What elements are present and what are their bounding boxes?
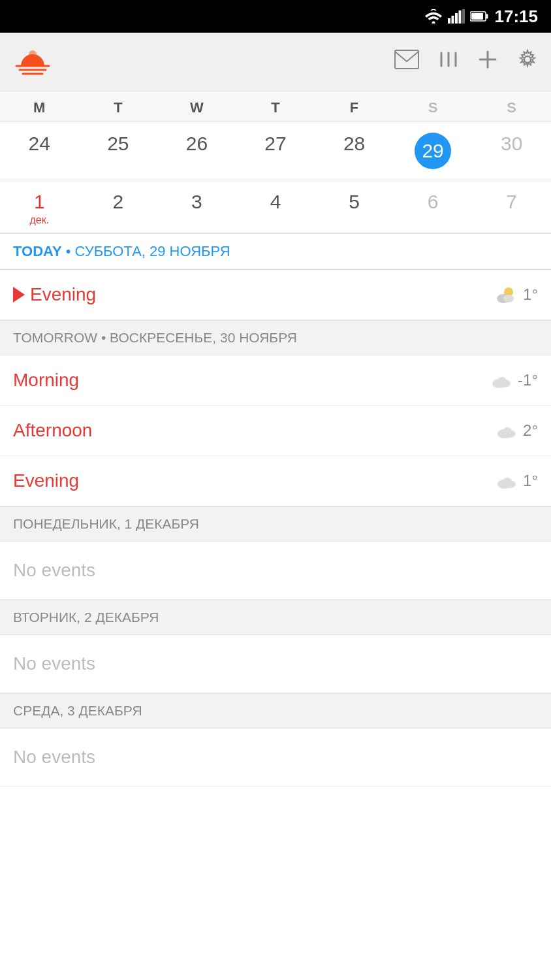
- tomorrow-afternoon-weather: 2°: [496, 421, 538, 440]
- battery-icon: [470, 10, 490, 22]
- cal-day-dec2[interactable]: 2: [79, 191, 158, 226]
- tomorrow-evening-row[interactable]: Evening 1°: [0, 456, 551, 506]
- monday-no-events-text: No events: [13, 560, 95, 580]
- tomorrow-afternoon-label: Afternoon: [13, 420, 496, 441]
- cal-day-30[interactable]: 30: [472, 133, 551, 169]
- svg-rect-3: [455, 13, 458, 24]
- cloud-icon-1: [490, 372, 512, 389]
- svg-point-0: [432, 22, 435, 24]
- tomorrow-morning-weather: -1°: [490, 371, 538, 389]
- today-section-header: TODAY • СУББОТА, 29 НОЯБРЯ: [0, 233, 551, 270]
- day-mon: M: [0, 99, 79, 116]
- tuesday-section-header: ВТОРНИК, 2 ДЕКАБРЯ: [0, 600, 551, 635]
- today-label: TODAY: [13, 243, 62, 259]
- status-bar: 17:15: [0, 0, 551, 33]
- cal-day-dec6[interactable]: 6: [394, 191, 473, 226]
- cal-day-dec3[interactable]: 3: [157, 191, 236, 226]
- settings-button[interactable]: [517, 49, 538, 74]
- wednesday-no-events: No events: [0, 728, 551, 787]
- svg-point-31: [503, 478, 512, 485]
- wednesday-no-events-text: No events: [13, 747, 95, 767]
- mail-button[interactable]: [394, 50, 419, 74]
- day-sun: S: [472, 99, 551, 116]
- app-logo[interactable]: [13, 41, 52, 83]
- svg-rect-8: [471, 13, 483, 20]
- today-evening-label: Evening: [30, 284, 494, 305]
- tomorrow-evening-weather: 1°: [496, 472, 538, 490]
- calendar-week-1: 24 25 26 27 28 29 30: [0, 122, 551, 180]
- tuesday-no-events: No events: [0, 635, 551, 693]
- tomorrow-afternoon-row[interactable]: Afternoon 2°: [0, 406, 551, 456]
- toolbar-icons: [394, 49, 538, 74]
- today-evening-row[interactable]: Evening 1°: [0, 270, 551, 320]
- add-event-button[interactable]: [478, 50, 497, 74]
- cal-day-25[interactable]: 25: [79, 133, 158, 169]
- day-fri: F: [315, 99, 394, 116]
- cal-day-24[interactable]: 24: [0, 133, 79, 169]
- monday-no-events: No events: [0, 542, 551, 600]
- signal-icon: [448, 9, 465, 24]
- tomorrow-evening-label: Evening: [13, 470, 496, 491]
- wednesday-section-header: СРЕДА, 3 ДЕКАБРЯ: [0, 693, 551, 728]
- day-sat: S: [394, 99, 473, 116]
- cloud-icon-3: [496, 472, 518, 489]
- cal-day-26[interactable]: 26: [157, 133, 236, 169]
- cal-day-29[interactable]: 29: [394, 133, 473, 169]
- wifi-icon: [424, 9, 443, 24]
- svg-point-12: [29, 50, 37, 58]
- svg-point-22: [503, 295, 514, 302]
- tuesday-no-events-text: No events: [13, 653, 95, 674]
- svg-rect-4: [458, 10, 461, 24]
- today-evening-temp: 1°: [523, 286, 538, 304]
- cloud-icon-2: [496, 422, 518, 439]
- cal-day-27[interactable]: 27: [236, 133, 315, 169]
- toolbar: [0, 33, 551, 91]
- calendar-week-2: 1 дек. 2 3 4 5 6 7: [0, 180, 551, 233]
- view-toggle-button[interactable]: [439, 50, 458, 73]
- svg-point-28: [503, 427, 512, 435]
- today-date: СУББОТА, 29 НОЯБРЯ: [75, 243, 230, 259]
- svg-rect-5: [462, 9, 465, 24]
- tomorrow-afternoon-temp: 2°: [523, 421, 538, 440]
- tomorrow-morning-row[interactable]: Morning -1°: [0, 355, 551, 406]
- tomorrow-evening-temp: 1°: [523, 472, 538, 490]
- status-icons: 17:15: [424, 7, 539, 27]
- today-evening-weather: 1°: [494, 286, 538, 304]
- wednesday-label: СРЕДА, 3 ДЕКАБРЯ: [13, 703, 142, 718]
- monday-label: ПОНЕДЕЛЬНИК, 1 ДЕКАБРЯ: [13, 516, 199, 531]
- tomorrow-label: TOMORROW • ВОСКРЕСЕНЬЕ, 30 НОЯБРЯ: [13, 330, 297, 345]
- svg-rect-13: [395, 50, 418, 69]
- cal-day-dec5[interactable]: 5: [315, 191, 394, 226]
- tuesday-label: ВТОРНИК, 2 ДЕКАБРЯ: [13, 610, 159, 625]
- event-current-indicator: [13, 287, 25, 302]
- partly-cloudy-icon: [494, 286, 518, 304]
- day-thu: T: [236, 99, 315, 116]
- cal-day-dec7[interactable]: 7: [472, 191, 551, 226]
- day-wed: W: [157, 99, 236, 116]
- svg-point-25: [497, 377, 507, 385]
- cal-day-28[interactable]: 28: [315, 133, 394, 169]
- svg-rect-1: [448, 18, 450, 24]
- cal-day-dec4[interactable]: 4: [236, 191, 315, 226]
- tomorrow-section-header: TOMORROW • ВОСКРЕСЕНЬЕ, 30 НОЯБРЯ: [0, 320, 551, 355]
- calendar-days-header: M T W T F S S: [0, 91, 551, 122]
- cal-day-dec1[interactable]: 1 дек.: [0, 191, 79, 226]
- day-tue: T: [79, 99, 158, 116]
- status-time: 17:15: [495, 7, 539, 27]
- svg-point-19: [524, 56, 531, 63]
- tomorrow-morning-label: Morning: [13, 370, 490, 391]
- svg-rect-2: [451, 16, 454, 24]
- monday-section-header: ПОНЕДЕЛЬНИК, 1 ДЕКАБРЯ: [0, 506, 551, 542]
- tomorrow-morning-temp: -1°: [518, 371, 538, 389]
- svg-rect-7: [486, 14, 488, 19]
